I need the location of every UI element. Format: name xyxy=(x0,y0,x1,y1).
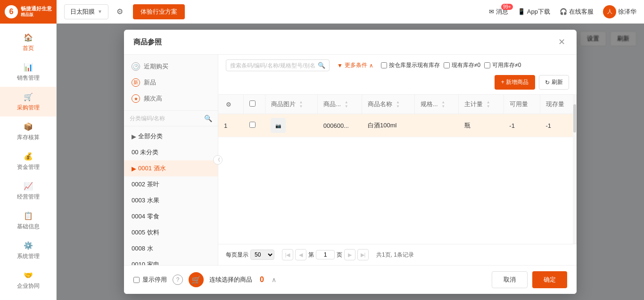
add-product-button[interactable]: + 新增商品 xyxy=(495,75,535,90)
available-stock-filter[interactable]: 可用库存≠0 xyxy=(484,61,521,69)
inventory-icon: 📦 xyxy=(23,121,33,132)
sidebar-item-guide[interactable]: 🎯 新手引导 xyxy=(0,295,56,300)
sidebar-item-inventory[interactable]: 📦 库存核算 xyxy=(0,117,56,146)
more-filters-button[interactable]: ▼ 更多条件 ∧ xyxy=(333,59,377,71)
page-size-select[interactable]: 50 10 20 100 xyxy=(250,250,274,260)
basic-info-icon: 📋 xyxy=(23,210,33,221)
current-stock-filter[interactable]: 现有库存≠0 xyxy=(444,61,480,69)
system-icon: ⚙️ xyxy=(23,240,33,250)
toolbar-right-actions: + 新增商品 ↻ 刷新 xyxy=(495,75,569,90)
refresh-button[interactable]: ↻ 刷新 xyxy=(539,75,569,90)
sidebar-item-purchase[interactable]: 🛒 采购管理 xyxy=(0,87,56,117)
sidebar-item-basic-info[interactable]: 📋 基础信息 xyxy=(0,206,56,235)
service-button[interactable]: 🎧 在线客服 xyxy=(560,8,594,16)
sidebar-item-sales[interactable]: 📊 销售管理 xyxy=(0,57,56,87)
category-search-icon[interactable]: 🔍 xyxy=(204,115,212,122)
product-table-wrapper: ⚙ 商品图片 ▲▼ xyxy=(218,95,577,244)
headset-icon: 🎧 xyxy=(560,8,567,15)
page-number-input[interactable] xyxy=(316,250,335,259)
category-item-all[interactable]: ▶ 全部分类 xyxy=(124,128,218,144)
user-menu[interactable]: 人 徐泽华 xyxy=(603,5,636,18)
collapse-selected-icon[interactable]: ∧ xyxy=(272,276,276,283)
chevron-up-icon: ∧ xyxy=(369,62,373,69)
home-icon: 🏠 xyxy=(23,32,33,42)
category-item-0010[interactable]: 0010 家电 xyxy=(124,257,218,265)
sidebar-item-home[interactable]: 🏠 首页 xyxy=(0,27,56,57)
show-disabled-input[interactable] xyxy=(133,277,140,283)
first-page-button[interactable]: |◀ xyxy=(282,249,293,260)
row-checkbox[interactable] xyxy=(249,122,256,128)
category-item-0005[interactable]: 0005 饮料 xyxy=(124,225,218,241)
select-all-checkbox[interactable] xyxy=(249,100,256,107)
modal-header: 商品参照 ✕ xyxy=(124,30,577,55)
frequent-tab[interactable]: ★ 频次高 xyxy=(124,91,218,107)
message-button[interactable]: ✉ 消息 99+ xyxy=(489,8,508,16)
help-button[interactable]: ? xyxy=(173,275,183,285)
table-settings-icon[interactable]: ⚙ xyxy=(224,100,233,109)
row-stock-cell: -1 xyxy=(540,114,576,137)
scrollbar-thumb xyxy=(573,104,576,133)
prev-page-button[interactable]: ◀ xyxy=(295,249,306,260)
business-icon: 📈 xyxy=(23,181,33,191)
cart-icon[interactable]: 🛒 xyxy=(189,272,204,287)
confirm-button[interactable]: 确定 xyxy=(532,271,567,288)
table-header: ⚙ 商品图片 ▲▼ xyxy=(218,95,577,114)
row-spec-cell xyxy=(414,114,458,137)
table-row[interactable]: 1 📷 000600... 白酒100ml xyxy=(218,114,577,137)
category-item-0002[interactable]: 0002 茶叶 xyxy=(124,176,218,192)
sidebar-item-enterprise[interactable]: 🤝 企业协同 xyxy=(0,265,56,295)
message-icon: ✉ xyxy=(489,8,494,15)
cancel-button[interactable]: 取消 xyxy=(492,271,528,288)
branch-dropdown[interactable]: 日太阳膜 ▼ xyxy=(64,4,108,19)
current-stock-checkbox[interactable] xyxy=(444,62,450,68)
search-icon[interactable]: 🔍 xyxy=(318,62,325,69)
right-panel: 🔍 ▼ 更多条件 ∧ 按仓库显示现有库存 xyxy=(218,55,577,265)
row-name-cell: 白酒100ml xyxy=(362,114,414,137)
pagination: 每页显示 50 10 20 100 |◀ ◀ xyxy=(218,244,577,265)
category-item-0008[interactable]: 0008 水 xyxy=(124,241,218,257)
category-item-00[interactable]: 00 未分类 xyxy=(124,144,218,160)
category-item-0003[interactable]: 0003 水果 xyxy=(124,192,218,208)
main-layout: 🏠 首页 📊 销售管理 🛒 采购管理 📦 库存核算 💰 资金管理 📈 经营管理 … xyxy=(0,24,644,300)
product-search-box: 🔍 xyxy=(226,59,330,71)
last-page-button[interactable]: ▶| xyxy=(357,249,369,260)
show-disabled-checkbox[interactable]: 显示停用 xyxy=(133,275,167,284)
sidebar-item-finance[interactable]: 💰 资金管理 xyxy=(0,146,56,176)
avatar: 人 xyxy=(603,5,616,18)
footer-actions: 取消 确定 xyxy=(492,271,567,288)
category-item-0001[interactable]: ▶ 0001 酒水 xyxy=(124,160,218,176)
category-list: ▶ 全部分类 00 未分类 ▶ 0001 酒水 0002 茶 xyxy=(124,126,218,265)
product-search-input[interactable] xyxy=(230,62,315,69)
available-stock-checkbox[interactable] xyxy=(484,62,490,68)
row-index: 1 xyxy=(218,114,244,137)
recent-purchase-tab[interactable]: 🕐 近期购买 xyxy=(124,58,218,75)
category-item-0004[interactable]: 0004 零食 xyxy=(124,208,218,225)
product-table: ⚙ 商品图片 ▲▼ xyxy=(218,95,577,137)
warehouse-stock-filter[interactable]: 按仓库显示现有库存 xyxy=(381,61,440,69)
page-size-selector: 每页显示 50 10 20 100 xyxy=(226,250,274,260)
clock-icon: 🕐 xyxy=(132,62,140,71)
collapse-panel-button[interactable]: 《 xyxy=(213,155,223,165)
table-scrollbar[interactable] xyxy=(573,95,577,244)
gear-button[interactable]: ⚙ xyxy=(112,4,127,19)
message-badge: 99+ xyxy=(501,4,513,10)
experience-button[interactable]: 体验行业方案 xyxy=(133,4,185,19)
app-download-button[interactable]: 📱 App下载 xyxy=(518,8,550,16)
enterprise-icon: 🤝 xyxy=(23,270,33,280)
category-search-area: 🔍 xyxy=(124,111,218,126)
modal-close-button[interactable]: ✕ xyxy=(556,36,567,48)
warehouse-stock-checkbox[interactable] xyxy=(381,62,387,68)
sidebar-item-business[interactable]: 📈 经营管理 xyxy=(0,176,56,206)
cart-label: 连续选择的商品 xyxy=(209,275,252,284)
stock-column-header: 现存量 xyxy=(540,95,576,114)
logo-subtitle: 精品版 xyxy=(21,12,52,18)
checkbox-column-header xyxy=(244,95,265,114)
next-page-button[interactable]: ▶ xyxy=(344,249,355,260)
row-unit-cell: 瓶 xyxy=(459,114,504,137)
settings-column-header: ⚙ xyxy=(218,95,244,114)
new-product-tab[interactable]: 新 新品 xyxy=(124,75,218,91)
sidebar-item-system[interactable]: ⚙️ 系统管理 xyxy=(0,235,56,265)
selected-count: 0 xyxy=(260,275,264,284)
category-search-input[interactable] xyxy=(130,115,201,122)
finance-icon: 💰 xyxy=(23,151,33,161)
